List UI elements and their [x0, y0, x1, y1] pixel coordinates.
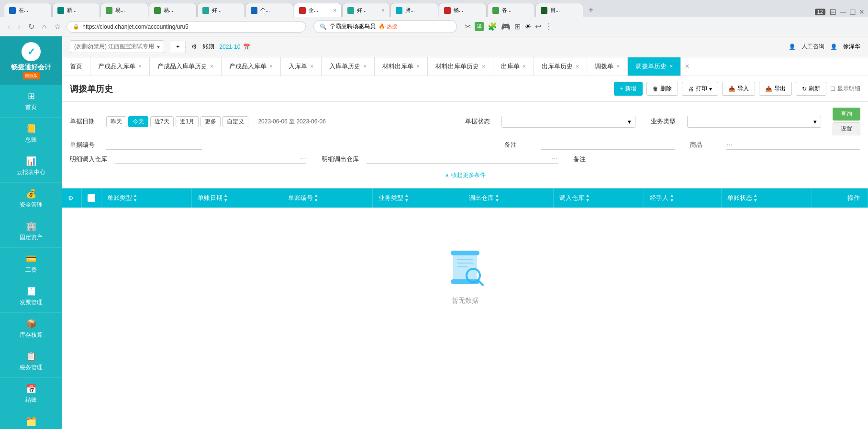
minimize-icon[interactable]: ─ — [840, 7, 846, 17]
th-status[interactable]: 单账状态 ▲▼ — [721, 188, 812, 208]
sidebar-item-closing[interactable]: 📅 结账 — [0, 378, 62, 410]
browser-tab-2[interactable]: 新... — [52, 3, 100, 17]
page-tab-in-order-hist[interactable]: 入库单历史 × — [322, 57, 375, 76]
sidebar-item-payroll[interactable]: 💳 工资 — [0, 248, 62, 280]
page-tab-product-in-hist[interactable]: 产成品入库单历史 × — [150, 57, 222, 76]
browser-tab-3[interactable]: 易... — [100, 3, 148, 17]
undo-icon[interactable]: ↩ — [535, 22, 541, 31]
service-label[interactable]: 人工咨询 — [801, 43, 824, 51]
browser-tab-1[interactable]: 在... — [4, 3, 52, 17]
browser-tab-11[interactable]: 各... — [487, 3, 535, 17]
extension-icon[interactable]: 🧩 — [488, 22, 497, 31]
filter-settings-button[interactable]: 设置 — [833, 122, 860, 135]
browser-tab-close-7[interactable]: × — [333, 7, 336, 14]
grid-icon[interactable]: ⊞ — [514, 22, 521, 31]
page-tab-close-transfer-hist[interactable]: × — [669, 63, 673, 70]
window-close-icon[interactable]: × — [859, 7, 864, 17]
game-icon[interactable]: 🎮 — [501, 22, 511, 31]
show-detail-checkbox[interactable]: ☐ 显示明细 — [830, 85, 860, 93]
add-company-button[interactable]: + — [170, 41, 186, 53]
new-tab-button[interactable]: + — [584, 3, 598, 17]
month-button[interactable]: 近1月 — [176, 116, 199, 127]
browser-tab-5[interactable]: 好... — [197, 3, 245, 17]
url-bar[interactable]: 🔒 https://cloud.chanjet.com/accounting/u… — [67, 21, 306, 33]
page-tab-out-order[interactable]: 出库单 × — [493, 57, 534, 76]
page-tab-out-order-hist[interactable]: 出库单历史 × — [534, 57, 587, 76]
note-input[interactable] — [541, 140, 675, 150]
delete-button[interactable]: 🗑 删除 — [646, 82, 678, 96]
page-tab-close-material-out[interactable]: × — [416, 63, 420, 70]
column-settings-icon[interactable]: ⚙ — [68, 195, 74, 202]
more-button[interactable]: 更多 — [200, 116, 221, 127]
sidebar-item-home[interactable]: ⊞ 首页 — [0, 85, 62, 118]
refresh-browser-button[interactable]: ↻ — [26, 20, 36, 33]
page-tab-close-product-in-hist[interactable]: × — [210, 63, 213, 70]
page-tab-close-out-order[interactable]: × — [523, 63, 526, 70]
today-button[interactable]: 今天 — [128, 116, 148, 127]
sidebar-item-archive[interactable]: 🗂️ 归档管理 — [0, 410, 62, 429]
yesterday-button[interactable]: 昨天 — [106, 116, 126, 127]
star-button[interactable]: ☆ — [52, 20, 63, 33]
maximize-icon[interactable]: □ — [850, 7, 856, 17]
sun-icon[interactable]: ☀ — [524, 22, 531, 31]
page-tab-close-product-in2[interactable]: × — [269, 63, 273, 70]
custom-button[interactable]: 自定义 — [223, 116, 248, 127]
page-tab-material-out[interactable]: 材料出库单 × — [375, 57, 428, 76]
browser-tab-10[interactable]: 畅... — [439, 3, 487, 17]
page-tab-close-transfer[interactable]: × — [616, 63, 620, 70]
th-out-warehouse[interactable]: 调出仓库 ▲▼ — [463, 188, 554, 208]
page-tab-transfer[interactable]: 调拨单 × — [587, 57, 628, 76]
settings-gear-icon[interactable]: ⚙ — [191, 43, 197, 50]
week-button[interactable]: 近7天 — [150, 116, 174, 127]
query-button[interactable]: 查询 — [833, 108, 860, 121]
scissors-icon[interactable]: ✂ — [465, 22, 471, 31]
sidebar-item-reports[interactable]: 📊 云报表中心 — [0, 150, 62, 183]
th-no[interactable]: 单账编号 ▲▼ — [282, 188, 372, 208]
page-tab-product-in2[interactable]: 产成品入库单 × — [222, 57, 281, 76]
page-tab-close-out-order-hist[interactable]: × — [576, 63, 579, 70]
browser-tab-4[interactable]: 易... — [149, 3, 197, 17]
page-tab-product-in[interactable]: 产成品入库单 × — [90, 57, 150, 76]
print-button[interactable]: 🖨 打印 ▾ — [682, 82, 718, 96]
status-select[interactable]: ▾ — [501, 116, 635, 128]
goods-dots-icon[interactable]: ··· — [726, 141, 733, 149]
biz-type-select[interactable]: ▾ — [687, 116, 821, 128]
th-checkbox[interactable] — [81, 188, 101, 208]
select-all-checkbox[interactable] — [88, 194, 95, 202]
page-tab-close-in-order[interactable]: × — [310, 63, 313, 70]
page-tab-material-out-hist[interactable]: 材料出库单历史 × — [428, 57, 493, 76]
th-handler[interactable]: 经手人 ▲▼ — [644, 188, 721, 208]
browser-tab-7[interactable]: 企... × — [294, 3, 342, 17]
collapse-button[interactable]: ∧ 收起更多条件 — [445, 171, 486, 179]
th-in-warehouse[interactable]: 调入仓库 ▲▼ — [554, 188, 644, 208]
page-tab-close-product-in[interactable]: × — [138, 63, 142, 70]
th-date[interactable]: 单账日期 ▲▼ — [191, 188, 282, 208]
menu-dots-icon[interactable]: ⋮ — [545, 22, 553, 31]
browser-tab-9[interactable]: 腾... — [390, 3, 438, 17]
th-biz-type[interactable]: 业务类型 ▲▼ — [372, 188, 463, 208]
browser-tab-12[interactable]: 目... — [535, 3, 583, 17]
browser-tab-8[interactable]: 好... × — [342, 3, 390, 17]
refresh-button[interactable]: ↻ 刷新 — [796, 82, 826, 96]
page-tab-transfer-hist[interactable]: 调拨单历史 × — [628, 57, 681, 76]
new-button[interactable]: + 新增 — [614, 82, 643, 96]
sidebar-item-assets[interactable]: 🏢 固定资产 — [0, 215, 62, 248]
import-button[interactable]: 📥 导入 — [722, 82, 755, 96]
detail-out-dots-icon[interactable]: ··· — [552, 154, 558, 163]
tab-menu-icon[interactable]: ⊟ — [829, 7, 836, 17]
export-button[interactable]: 📤 导出 — [759, 82, 792, 96]
forward-button[interactable]: › — [16, 21, 22, 33]
page-tab-close-in-order-hist[interactable]: × — [363, 63, 367, 70]
th-settings[interactable]: ⚙ — [62, 188, 81, 208]
sidebar-item-ledger[interactable]: 📒 总账 — [0, 118, 62, 150]
page-tab-home[interactable]: 首页 — [62, 57, 90, 76]
sidebar-item-inventory[interactable]: 📦 库存核算 — [0, 313, 62, 345]
home-browser-button[interactable]: ⌂ — [40, 21, 49, 33]
page-tab-close-material-out-hist[interactable]: × — [482, 63, 485, 70]
sidebar-item-invoices[interactable]: 🧾 发票管理 — [0, 280, 62, 313]
calendar-icon[interactable]: 📅 — [243, 44, 250, 50]
browser-tab-close-8[interactable]: × — [381, 7, 385, 14]
sidebar-item-tax[interactable]: 📋 税务管理 — [0, 345, 62, 378]
page-tab-in-order[interactable]: 入库单 × — [281, 57, 322, 76]
company-selector[interactable]: (勿删勿禁用) 江西服宝测试专用 ▾ — [70, 40, 164, 53]
